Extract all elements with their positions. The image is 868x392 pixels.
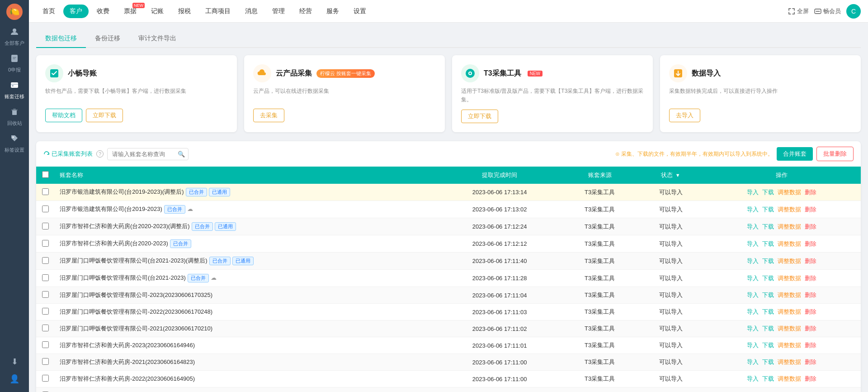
action-导入[interactable]: 导入 bbox=[747, 342, 759, 349]
sidebar-item-tag-settings[interactable]: 标签设置 bbox=[0, 130, 29, 157]
row-checkbox[interactable] bbox=[42, 308, 49, 315]
xiaochang-download-btn[interactable]: 立即下载 bbox=[86, 109, 123, 122]
action-删除[interactable]: 删除 bbox=[805, 275, 816, 282]
action-删除[interactable]: 删除 bbox=[805, 258, 816, 264]
action-下载[interactable]: 下载 bbox=[762, 275, 774, 282]
sidebar-item-account-migration[interactable]: 账套迁移 bbox=[0, 77, 29, 104]
action-导入[interactable]: 导入 bbox=[747, 359, 759, 365]
fullscreen-btn[interactable]: 全屏 bbox=[788, 7, 809, 15]
action-导入[interactable]: 导入 bbox=[747, 240, 759, 247]
action-调整数据[interactable]: 调整数据 bbox=[778, 189, 801, 196]
sidebar-item-zero-report[interactable]: 0申报 bbox=[0, 50, 29, 77]
nav-manage[interactable]: 管理 bbox=[266, 5, 291, 18]
row-checkbox[interactable] bbox=[42, 188, 49, 195]
action-导入[interactable]: 导入 bbox=[747, 223, 759, 230]
nav-message[interactable]: 消息 bbox=[239, 5, 264, 18]
member-btn[interactable]: 畅会员 bbox=[814, 7, 841, 15]
row-checkbox[interactable] bbox=[42, 325, 49, 331]
action-调整数据[interactable]: 调整数据 bbox=[778, 223, 801, 230]
user-avatar[interactable]: C bbox=[846, 4, 861, 19]
nav-bookkeeping[interactable]: 记账 bbox=[145, 5, 170, 18]
action-调整数据[interactable]: 调整数据 bbox=[778, 240, 801, 247]
row-checkbox[interactable] bbox=[42, 358, 49, 365]
action-删除[interactable]: 删除 bbox=[805, 189, 816, 196]
col-checkbox[interactable] bbox=[36, 167, 54, 184]
search-submit-icon[interactable]: 🔍 bbox=[178, 151, 185, 158]
nav-home[interactable]: 首页 bbox=[36, 5, 61, 18]
row-checkbox[interactable] bbox=[42, 375, 49, 382]
action-调整数据[interactable]: 调整数据 bbox=[778, 325, 801, 332]
tab-data-migration[interactable]: 数据包迁移 bbox=[36, 30, 86, 48]
action-删除[interactable]: 删除 bbox=[805, 359, 816, 365]
action-调整数据[interactable]: 调整数据 bbox=[778, 275, 801, 282]
nav-invoice[interactable]: 票据 NEW bbox=[118, 5, 143, 18]
action-删除[interactable]: 删除 bbox=[805, 206, 816, 213]
action-删除[interactable]: 删除 bbox=[805, 223, 816, 230]
row-checkbox[interactable] bbox=[42, 257, 49, 264]
go-collect-btn[interactable]: 去采集 bbox=[253, 109, 284, 122]
row-checkbox[interactable] bbox=[42, 240, 49, 247]
tab-backup-migration[interactable]: 备份迁移 bbox=[86, 30, 129, 48]
action-删除[interactable]: 删除 bbox=[805, 308, 816, 315]
row-checkbox[interactable] bbox=[42, 341, 49, 348]
app-logo[interactable]: 🍋 bbox=[6, 4, 23, 20]
action-删除[interactable]: 删除 bbox=[805, 342, 816, 349]
t3-download-btn[interactable]: 立即下载 bbox=[461, 110, 498, 123]
action-导入[interactable]: 导入 bbox=[747, 206, 759, 213]
action-导入[interactable]: 导入 bbox=[747, 308, 759, 315]
select-all-checkbox[interactable] bbox=[42, 171, 49, 178]
action-导入[interactable]: 导入 bbox=[747, 325, 759, 332]
row-checkbox[interactable] bbox=[42, 223, 49, 229]
nav-service[interactable]: 服务 bbox=[320, 5, 345, 18]
batch-delete-btn[interactable]: 批量删除 bbox=[816, 147, 854, 161]
action-下载[interactable]: 下载 bbox=[762, 206, 774, 213]
action-调整数据[interactable]: 调整数据 bbox=[778, 308, 801, 315]
status-sort-icon[interactable]: ▼ bbox=[675, 172, 680, 178]
action-调整数据[interactable]: 调整数据 bbox=[778, 292, 801, 298]
action-删除[interactable]: 删除 bbox=[805, 325, 816, 332]
nav-billing[interactable]: 收费 bbox=[90, 5, 116, 18]
tab-audit-export[interactable]: 审计文件导出 bbox=[129, 30, 185, 48]
nav-settings[interactable]: 设置 bbox=[347, 5, 373, 18]
nav-tax[interactable]: 报税 bbox=[172, 5, 197, 18]
action-下载[interactable]: 下载 bbox=[762, 240, 774, 247]
nav-operation[interactable]: 经营 bbox=[293, 5, 318, 18]
merge-accounts-btn[interactable]: 合并账套 bbox=[777, 147, 813, 161]
action-下载[interactable]: 下载 bbox=[762, 258, 774, 264]
nav-client[interactable]: 客户 bbox=[63, 5, 89, 18]
search-input[interactable] bbox=[107, 148, 189, 160]
action-下载[interactable]: 下载 bbox=[762, 325, 774, 332]
action-下载[interactable]: 下载 bbox=[762, 189, 774, 196]
action-调整数据[interactable]: 调整数据 bbox=[778, 342, 801, 349]
action-下载[interactable]: 下载 bbox=[762, 359, 774, 365]
refresh-btn[interactable]: 已采集账套列表 bbox=[43, 150, 93, 158]
nav-business[interactable]: 工商项目 bbox=[199, 5, 237, 18]
row-checkbox[interactable] bbox=[42, 206, 49, 212]
action-下载[interactable]: 下载 bbox=[762, 308, 774, 315]
action-下载[interactable]: 下载 bbox=[762, 223, 774, 230]
sidebar-item-all-clients[interactable]: 全部客户 bbox=[0, 24, 29, 50]
help-icon[interactable]: ? bbox=[96, 150, 104, 158]
action-下载[interactable]: 下载 bbox=[762, 375, 774, 382]
go-import-btn[interactable]: 去导入 bbox=[669, 109, 700, 122]
help-doc-btn[interactable]: 帮助文档 bbox=[45, 109, 82, 122]
action-调整数据[interactable]: 调整数据 bbox=[778, 375, 801, 382]
sidebar-item-profile[interactable]: 👤 bbox=[8, 371, 21, 387]
action-下载[interactable]: 下载 bbox=[762, 342, 774, 349]
action-导入[interactable]: 导入 bbox=[747, 292, 759, 298]
row-checkbox[interactable] bbox=[42, 274, 49, 281]
action-导入[interactable]: 导入 bbox=[747, 375, 759, 382]
sidebar-item-recycle[interactable]: 回收站 bbox=[0, 104, 29, 130]
action-调整数据[interactable]: 调整数据 bbox=[778, 359, 801, 365]
action-导入[interactable]: 导入 bbox=[747, 258, 759, 264]
action-调整数据[interactable]: 调整数据 bbox=[778, 206, 801, 213]
action-导入[interactable]: 导入 bbox=[747, 275, 759, 282]
action-删除[interactable]: 删除 bbox=[805, 292, 816, 298]
action-调整数据[interactable]: 调整数据 bbox=[778, 258, 801, 264]
action-删除[interactable]: 删除 bbox=[805, 375, 816, 382]
sidebar-item-download[interactable]: ⬇ bbox=[8, 354, 21, 369]
row-checkbox[interactable] bbox=[42, 291, 49, 298]
action-删除[interactable]: 删除 bbox=[805, 240, 816, 247]
action-导入[interactable]: 导入 bbox=[747, 189, 759, 196]
action-下载[interactable]: 下载 bbox=[762, 292, 774, 298]
